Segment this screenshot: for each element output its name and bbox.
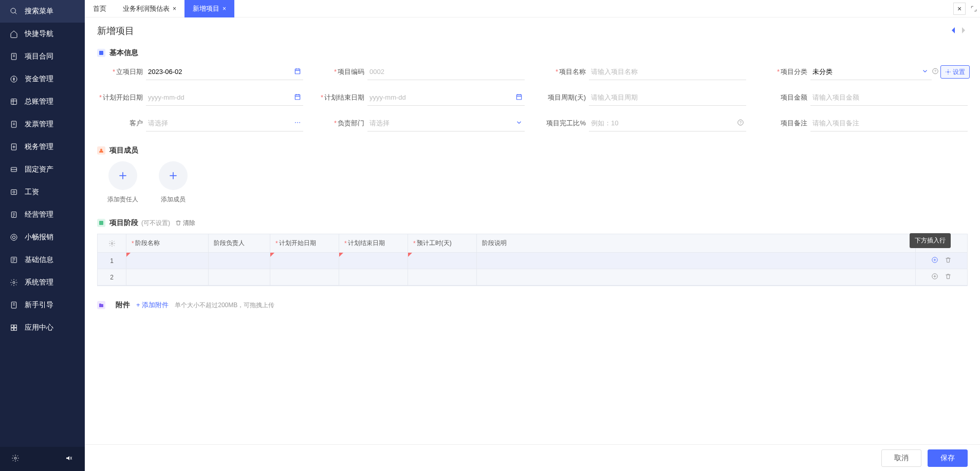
svg-rect-34 bbox=[295, 69, 300, 73]
basic-icon bbox=[9, 255, 19, 265]
label-category: 项目分类 bbox=[781, 68, 807, 76]
section-icon bbox=[97, 146, 105, 155]
cell-start[interactable] bbox=[270, 253, 339, 269]
complete-input[interactable] bbox=[589, 115, 746, 131]
content: 基本信息 *立项日期 *项目编码 bbox=[85, 44, 980, 444]
cell-owner[interactable] bbox=[209, 253, 270, 269]
tab-home[interactable]: 首页 bbox=[85, 0, 115, 17]
collapse-icon[interactable] bbox=[65, 454, 73, 464]
label-code: 项目编码 bbox=[338, 68, 364, 76]
apps-icon bbox=[9, 323, 19, 332]
chevron-down-icon[interactable] bbox=[515, 119, 523, 128]
nav-next[interactable] bbox=[959, 26, 968, 36]
sidebar-item-nav[interactable]: 快捷导航 bbox=[0, 23, 85, 45]
add-member-label: 添加成员 bbox=[161, 195, 186, 204]
cell-owner[interactable] bbox=[209, 269, 270, 285]
sidebar-item-salary[interactable]: 工资 bbox=[0, 181, 85, 203]
tabs-close-all[interactable]: × bbox=[953, 3, 966, 15]
sidebar-item-tax[interactable]: 税务管理 bbox=[0, 136, 85, 158]
fullscreen-icon[interactable] bbox=[968, 3, 980, 15]
delete-row-button[interactable] bbox=[945, 256, 952, 265]
tab-label: 业务利润预估表 bbox=[123, 4, 170, 13]
sidebar-item-ledger[interactable]: 总账管理 bbox=[0, 90, 85, 113]
plan-start-input[interactable] bbox=[146, 89, 303, 106]
code-input[interactable] bbox=[367, 64, 525, 80]
help-icon[interactable]: ? bbox=[737, 119, 744, 128]
cell-desc[interactable] bbox=[477, 269, 916, 285]
tab-profit-estimate[interactable]: 业务利润预估表× bbox=[115, 0, 184, 17]
cell-desc[interactable] bbox=[477, 253, 916, 269]
invoice-icon bbox=[9, 120, 19, 129]
plan-end-input[interactable] bbox=[367, 89, 525, 106]
label-customer: 客户 bbox=[130, 119, 143, 127]
cell-name[interactable] bbox=[126, 269, 209, 285]
period-input[interactable] bbox=[589, 89, 746, 106]
sidebar-item-guide[interactable]: 新手引导 bbox=[0, 294, 85, 316]
sidebar-item-label: 小畅报销 bbox=[25, 233, 53, 242]
insert-row-button[interactable] bbox=[931, 256, 938, 265]
add-owner-label: 添加责任人 bbox=[107, 195, 138, 204]
section-members: 项目成员 添加责任人 添加成员 bbox=[97, 142, 968, 204]
help-icon[interactable]: ? bbox=[932, 68, 939, 77]
section-title: 项目成员 bbox=[109, 146, 138, 155]
funds-icon bbox=[9, 74, 19, 84]
sidebar-item-label: 税务管理 bbox=[25, 142, 53, 152]
chevron-down-icon[interactable] bbox=[921, 68, 929, 77]
sidebar-item-label: 总账管理 bbox=[25, 97, 53, 106]
sidebar-item-funds[interactable]: 资金管理 bbox=[0, 68, 85, 90]
table-row[interactable]: 2 bbox=[98, 269, 967, 286]
cell-end[interactable] bbox=[339, 253, 408, 269]
section-icon bbox=[97, 219, 105, 227]
col-stage-desc: 阶段说明 bbox=[477, 234, 916, 252]
dept-select[interactable] bbox=[367, 115, 525, 131]
tax-icon bbox=[9, 142, 19, 152]
sidebar-item-apps[interactable]: 应用中心 bbox=[0, 316, 85, 339]
sidebar-item-contract[interactable]: 项目合同 bbox=[0, 45, 85, 68]
svg-point-32 bbox=[14, 457, 16, 459]
customer-select[interactable] bbox=[146, 115, 303, 131]
table-row[interactable]: 1 bbox=[98, 253, 967, 269]
add-member-button[interactable] bbox=[159, 161, 188, 190]
close-icon[interactable]: × bbox=[223, 5, 226, 12]
sidebar-search[interactable]: 搜索菜单 bbox=[0, 0, 85, 23]
calendar-icon[interactable] bbox=[294, 93, 301, 102]
more-icon[interactable] bbox=[294, 119, 301, 128]
amount-input[interactable] bbox=[810, 89, 968, 106]
cell-start[interactable] bbox=[270, 269, 339, 285]
name-input[interactable] bbox=[589, 64, 746, 80]
cell-hours[interactable] bbox=[408, 253, 477, 269]
tab-new-project[interactable]: 新增项目× bbox=[184, 0, 234, 17]
svg-point-54 bbox=[100, 149, 102, 151]
main: 首页 业务利润预估表× 新增项目× × 新增项目 基本信息 bbox=[85, 0, 980, 471]
col-settings[interactable] bbox=[98, 234, 126, 252]
section-stages: 项目阶段 (可不设置) 清除 *阶段名称 阶段负责人 *计划开始日期 *计划结束… bbox=[97, 214, 968, 286]
nav-prev[interactable] bbox=[949, 26, 957, 36]
cell-hours[interactable] bbox=[408, 269, 477, 285]
cell-name[interactable] bbox=[126, 253, 209, 269]
close-icon[interactable]: × bbox=[173, 5, 176, 12]
add-attachment-button[interactable]: + 添加附件 bbox=[136, 300, 169, 310]
category-select[interactable] bbox=[810, 64, 932, 80]
calendar-icon[interactable] bbox=[515, 93, 523, 102]
sidebar-item-assets[interactable]: 固定资产 bbox=[0, 158, 85, 181]
save-button[interactable]: 保存 bbox=[928, 449, 968, 467]
settings-icon[interactable] bbox=[11, 454, 20, 464]
insert-row-button[interactable] bbox=[931, 273, 938, 281]
clear-stages-button[interactable]: 清除 bbox=[175, 219, 195, 228]
add-owner-button[interactable] bbox=[108, 161, 137, 190]
delete-row-button[interactable] bbox=[945, 273, 952, 281]
sidebar-item-expense[interactable]: 小畅报销 bbox=[0, 226, 85, 249]
col-actions: 下方插入行 bbox=[916, 234, 967, 252]
cell-end[interactable] bbox=[339, 269, 408, 285]
col-stage-owner: 阶段负责人 bbox=[209, 234, 270, 252]
sidebar-item-system[interactable]: 系统管理 bbox=[0, 271, 85, 294]
calendar-icon[interactable] bbox=[294, 68, 301, 77]
row-index: 1 bbox=[98, 253, 126, 269]
remark-input[interactable] bbox=[810, 115, 968, 131]
sidebar-item-invoice[interactable]: 发票管理 bbox=[0, 113, 85, 136]
created-date-input[interactable] bbox=[146, 64, 303, 80]
sidebar-item-basic[interactable]: 基础信息 bbox=[0, 249, 85, 271]
cancel-button[interactable]: 取消 bbox=[881, 449, 921, 467]
sidebar-item-biz[interactable]: 经营管理 bbox=[0, 203, 85, 226]
category-setup-button[interactable]: 设置 bbox=[940, 65, 970, 79]
